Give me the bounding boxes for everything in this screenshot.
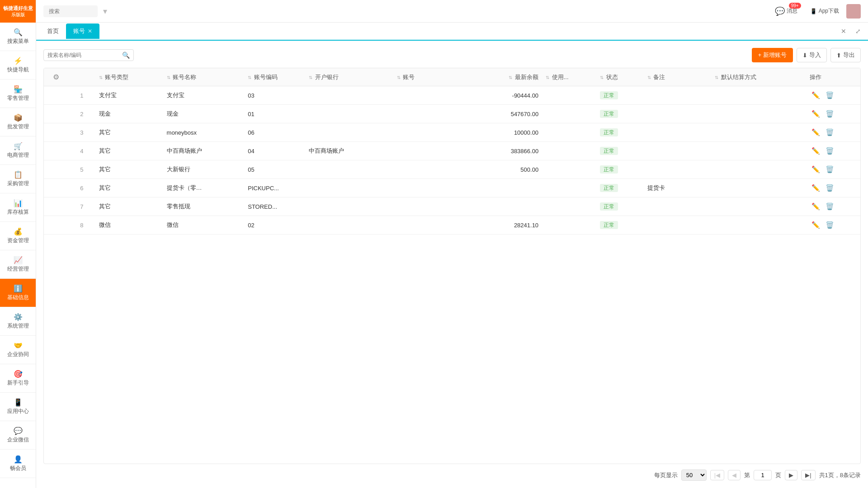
- tab-close-icon[interactable]: ✕: [88, 28, 92, 34]
- delete-button[interactable]: 🗑️: [824, 164, 836, 174]
- delete-button[interactable]: 🗑️: [824, 183, 836, 193]
- col-header-balance[interactable]: ⇅ 最新余额: [461, 68, 542, 86]
- sidebar-item-member[interactable]: 👤 畅会员: [0, 450, 36, 478]
- phone-icon: 📱: [810, 8, 817, 14]
- row-account-cell: [393, 179, 461, 197]
- row-balance-cell: 10000.00: [461, 123, 542, 142]
- row-settings-cell: [44, 86, 68, 105]
- tab-account-label: 账号: [73, 27, 85, 35]
- notification-button[interactable]: 💬 99+ 消息: [775, 6, 797, 16]
- header-dropdown-icon[interactable]: ▾: [103, 6, 107, 16]
- edit-button[interactable]: ✏️: [810, 164, 822, 174]
- row-type-cell: 支付宝: [95, 86, 163, 105]
- col-header-code[interactable]: ⇅ 账号编码: [244, 68, 305, 86]
- row-usage-cell: [542, 216, 596, 235]
- search-input[interactable]: [47, 52, 122, 58]
- sidebar-item-capital-mgmt[interactable]: 💰 资金管理: [0, 222, 36, 250]
- sidebar-item-app-center[interactable]: 📱 应用中心: [0, 393, 36, 421]
- tab-minimize-icon[interactable]: ✕: [837, 26, 850, 37]
- sidebar-item-purchase-mgmt[interactable]: 📋 采购管理: [0, 165, 36, 193]
- row-status-cell: 正常: [596, 142, 644, 160]
- col-header-status[interactable]: ⇅ 状态: [596, 68, 644, 86]
- sidebar-item-operation-mgmt[interactable]: 📈 经营管理: [0, 250, 36, 279]
- prev-page-button[interactable]: ◀: [728, 470, 741, 480]
- toolbar: 🔍 + 新增账号 ⬇ 导入 ⬆ 导出: [43, 48, 861, 62]
- row-default-settlement-cell: [711, 86, 806, 105]
- sidebar-item-basic-info[interactable]: ℹ️ 基础信息: [0, 279, 36, 307]
- header-right: 💬 99+ 消息 📱 App下载: [775, 4, 861, 19]
- tab-account[interactable]: 账号 ✕: [66, 23, 99, 39]
- edit-button[interactable]: ✏️: [810, 109, 822, 119]
- sidebar-item-label: 批发管理: [7, 123, 29, 130]
- status-badge: 正常: [600, 184, 618, 192]
- search-wrap: 🔍: [43, 49, 134, 61]
- row-default-settlement-cell: [711, 123, 806, 142]
- add-account-button[interactable]: + 新增账号: [752, 48, 793, 62]
- last-page-button[interactable]: ▶|: [801, 470, 815, 480]
- row-name-cell: 中百商场账户: [163, 142, 245, 160]
- row-num-cell: 2: [68, 105, 95, 123]
- row-account-cell: [393, 160, 461, 179]
- system-mgmt-icon: ⚙️: [2, 313, 34, 321]
- page-number-input[interactable]: [754, 470, 772, 480]
- delete-button[interactable]: 🗑️: [824, 90, 836, 100]
- tab-home[interactable]: 首页: [40, 23, 66, 39]
- app-download-button[interactable]: 📱 App下载: [810, 7, 839, 15]
- purchase-mgmt-icon: 📋: [2, 170, 34, 179]
- col-header-default-settlement[interactable]: ⇅ 默认结算方式: [711, 68, 806, 86]
- row-usage-cell: [542, 179, 596, 197]
- sidebar-item-wholesale-mgmt[interactable]: 📦 批发管理: [0, 108, 36, 136]
- edit-button[interactable]: ✏️: [810, 127, 822, 137]
- sidebar-item-ecommerce-mgmt[interactable]: 🛒 电商管理: [0, 136, 36, 165]
- row-type-cell: 其它: [95, 160, 163, 179]
- sidebar-item-label: 基础信息: [7, 294, 29, 300]
- import-label: 导入: [809, 51, 821, 59]
- edit-button[interactable]: ✏️: [810, 220, 822, 230]
- delete-button[interactable]: 🗑️: [824, 127, 836, 137]
- col-header-remark[interactable]: ⇅ 备注: [644, 68, 712, 86]
- first-page-button[interactable]: |◀: [710, 470, 724, 480]
- next-page-button[interactable]: ▶: [785, 470, 797, 480]
- row-bank-cell: [305, 123, 393, 142]
- table-row: 7 其它 零售抵现 STORED... 正常 ✏️ 🗑️: [44, 197, 860, 216]
- sidebar-item-system-mgmt[interactable]: ⚙️ 系统管理: [0, 307, 36, 336]
- edit-button[interactable]: ✏️: [810, 202, 822, 211]
- capital-mgmt-icon: 💰: [2, 227, 34, 236]
- delete-button[interactable]: 🗑️: [824, 146, 836, 156]
- edit-button[interactable]: ✏️: [810, 146, 822, 156]
- delete-button[interactable]: 🗑️: [824, 202, 836, 211]
- col-header-name[interactable]: ⇅ 账号名称: [163, 68, 245, 86]
- sidebar-item-quick-nav[interactable]: ⚡ 快捷导航: [0, 51, 36, 80]
- table-settings-icon[interactable]: ⚙: [53, 73, 59, 81]
- delete-button[interactable]: 🗑️: [824, 220, 836, 230]
- sidebar-item-retail-mgmt[interactable]: 🏪 零售管理: [0, 80, 36, 108]
- sidebar-item-enterprise-wechat[interactable]: 💬 企业微信: [0, 421, 36, 450]
- sidebar-item-inventory-calc[interactable]: 📊 库存核算: [0, 193, 36, 222]
- row-remark-cell: [644, 123, 712, 142]
- row-action-cell: ✏️ 🗑️: [806, 86, 860, 105]
- basic-info-icon: ℹ️: [2, 284, 34, 293]
- sidebar-item-enterprise-agreement[interactable]: 🤝 企业协同: [0, 336, 36, 364]
- row-default-settlement-cell: [711, 216, 806, 235]
- sidebar-item-search-menu[interactable]: 🔍 搜索菜单: [0, 23, 36, 51]
- col-header-type[interactable]: ⇅ 账号类型: [95, 68, 163, 86]
- tab-maximize-icon[interactable]: ⤢: [852, 26, 864, 37]
- row-usage-cell: [542, 123, 596, 142]
- row-settings-cell: [44, 179, 68, 197]
- page-size-select[interactable]: 50 20 100: [681, 469, 707, 481]
- sidebar-nav: 🔍 搜索菜单 ⚡ 快捷导航 🏪 零售管理 📦 批发管理 🛒 电商管理 📋 采购管…: [0, 23, 36, 488]
- row-status-cell: 正常: [596, 123, 644, 142]
- col-header-usage[interactable]: ⇅ 使用...: [542, 68, 596, 86]
- row-bank-cell: [305, 216, 393, 235]
- delete-button[interactable]: 🗑️: [824, 109, 836, 119]
- sidebar-item-newbie-guide[interactable]: 🎯 新手引导: [0, 364, 36, 393]
- col-header-bank[interactable]: ⇅ 开户银行: [305, 68, 393, 86]
- import-button[interactable]: ⬇ 导入: [797, 48, 827, 62]
- top-search-input[interactable]: [43, 5, 98, 17]
- col-header-account[interactable]: ⇅ 账号: [393, 68, 461, 86]
- row-remark-cell: 提货卡: [644, 179, 712, 197]
- export-button[interactable]: ⬆ 导出: [830, 48, 861, 62]
- edit-button[interactable]: ✏️: [810, 183, 822, 193]
- edit-button[interactable]: ✏️: [810, 90, 822, 100]
- user-avatar[interactable]: [846, 4, 861, 19]
